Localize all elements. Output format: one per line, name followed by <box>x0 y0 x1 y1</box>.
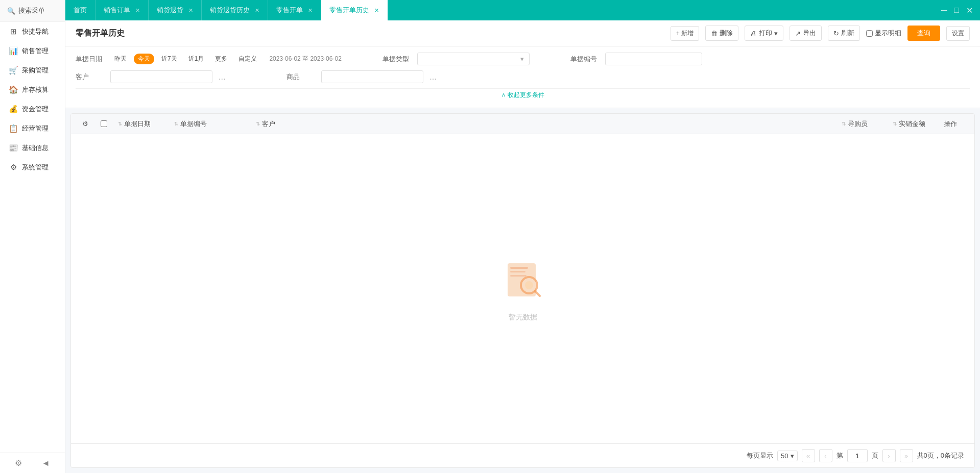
product-dots-icon[interactable]: ... <box>429 72 436 82</box>
bill-no-input[interactable] <box>605 53 702 65</box>
svg-rect-1 <box>510 267 528 269</box>
purchase-mgmt-icon: 🛒 <box>9 66 18 75</box>
date-label: 单据日期 <box>76 55 106 64</box>
operations-label: 经营管理 <box>22 124 49 133</box>
tab-retail-open[interactable]: 零售开单✕ <box>268 0 321 20</box>
minimize-button[interactable]: ─ <box>941 6 947 15</box>
sidebar-item-inventory[interactable]: 🏠 库存核算 <box>0 80 65 99</box>
sales-mgmt-label: 销售管理 <box>22 46 49 56</box>
total-info: 共0页，0条记录 <box>917 451 964 460</box>
finance-icon: 💰 <box>9 105 18 114</box>
print-button[interactable]: 🖨 打印 ▾ <box>745 26 783 41</box>
customer-dots-icon[interactable]: ... <box>219 72 225 82</box>
tab-label-retail-open: 零售开单 <box>276 6 303 15</box>
delete-icon: 🗑 <box>711 30 718 37</box>
date-options: 昨天今天近7天近1月更多自定义 <box>110 54 261 64</box>
finance-label: 资金管理 <box>22 105 49 114</box>
page-word-pre: 第 <box>836 451 843 460</box>
system-icon: ⚙ <box>9 163 18 172</box>
sales-mgmt-icon: 📊 <box>9 46 18 56</box>
purchase-mgmt-label: 采购管理 <box>22 66 49 75</box>
last-page-button[interactable]: » <box>900 449 913 462</box>
basic-info-icon: 📰 <box>9 143 18 153</box>
collapse-bar[interactable]: ∧ 收起更多条件 <box>76 88 970 102</box>
refresh-icon: ↻ <box>833 30 839 37</box>
product-input[interactable] <box>321 70 423 83</box>
pagination: 每页显示 50 ▾ « ‹ 第 页 › » 共0页，0条记录 <box>71 443 974 467</box>
refresh-button[interactable]: ↻ 刷新 <box>828 26 860 41</box>
quick-nav-icon: ⊞ <box>9 27 18 36</box>
query-button[interactable]: 查询 <box>907 26 940 41</box>
per-page-arrow-icon: ▾ <box>791 452 794 460</box>
th-guide: ⇅ 导购员 <box>836 119 888 129</box>
sidebar-item-system[interactable]: ⚙ 系统管理 <box>0 158 65 177</box>
date-option-yesterday[interactable]: 昨天 <box>110 54 131 64</box>
per-page-select[interactable]: 50 ▾ <box>777 451 797 461</box>
table-header: ⚙ ⇅ 单据日期 ⇅ 单据编号 ⇅ 客户 ⇅ 导购员 <box>71 114 974 134</box>
date-option-today[interactable]: 今天 <box>134 54 154 64</box>
date-option-more[interactable]: 更多 <box>211 54 231 64</box>
sort-amount-icon[interactable]: ⇅ <box>893 121 897 127</box>
show-detail-checkbox[interactable] <box>866 30 873 37</box>
date-option-custom[interactable]: 自定义 <box>234 54 261 64</box>
th-date: ⇅ 单据日期 <box>113 119 169 129</box>
sidebar: 🔍 搜索采单 ⊞ 快捷导航 📊 销售管理 🛒 采购管理 🏠 库存核算 💰 资金管… <box>0 0 65 473</box>
footer-collapse-icon[interactable]: ◄ <box>42 459 50 468</box>
tab-close-sales-return[interactable]: ✕ <box>188 7 193 14</box>
customer-input[interactable] <box>110 70 212 83</box>
close-window-button[interactable]: ✕ <box>966 6 973 15</box>
tab-label-sales-order: 销售订单 <box>104 6 130 15</box>
sort-guide-icon[interactable]: ⇅ <box>842 121 846 127</box>
tab-sales-return[interactable]: 销货退货✕ <box>149 0 202 20</box>
settings-button[interactable]: 设置 <box>946 26 970 41</box>
th-customer: ⇅ 客户 <box>251 119 836 129</box>
export-button[interactable]: ↗ 导出 <box>790 26 822 41</box>
page-title: 零售开单历史 <box>76 28 125 39</box>
tab-close-sales-order[interactable]: ✕ <box>135 7 140 14</box>
prev-page-button[interactable]: ‹ <box>819 449 832 462</box>
maximize-button[interactable]: □ <box>954 6 959 15</box>
sidebar-item-sales-mgmt[interactable]: 📊 销售管理 <box>0 41 65 61</box>
sort-customer-icon[interactable]: ⇅ <box>256 121 260 127</box>
table-select-all-checkbox[interactable] <box>94 120 113 127</box>
date-option-last_month[interactable]: 近1月 <box>184 54 208 64</box>
inventory-label: 库存核算 <box>22 85 49 94</box>
search-icon: 🔍 <box>7 7 15 15</box>
first-page-button[interactable]: « <box>802 449 815 462</box>
tab-label-home: 首页 <box>74 6 87 15</box>
print-icon: 🖨 <box>750 30 757 37</box>
date-option-last7[interactable]: 近7天 <box>157 54 181 64</box>
sidebar-item-quick-nav[interactable]: ⊞ 快捷导航 <box>0 22 65 41</box>
empty-icon <box>497 256 548 307</box>
th-action: 操作 <box>939 119 969 129</box>
next-page-button[interactable]: › <box>882 449 896 462</box>
tab-home[interactable]: 首页 <box>65 0 95 20</box>
tab-sales-order[interactable]: 销售订单✕ <box>95 0 149 20</box>
add-button[interactable]: + 新增 <box>671 26 699 41</box>
sidebar-footer: ⚙ ◄ <box>0 453 65 473</box>
current-page-input[interactable] <box>847 449 868 462</box>
tab-label-sales-return: 销货退货 <box>157 6 183 15</box>
bill-no-label: 单据编号 <box>570 55 601 64</box>
th-amount: ⇅ 实销金额 <box>888 119 939 129</box>
tab-close-retail-open[interactable]: ✕ <box>308 7 313 14</box>
table-settings-icon[interactable]: ⚙ <box>76 120 94 128</box>
sidebar-item-basic-info[interactable]: 📰 基础信息 <box>0 138 65 158</box>
sort-billno-icon[interactable]: ⇅ <box>174 121 178 127</box>
show-detail-checkbox-label[interactable]: 显示明细 <box>866 29 901 38</box>
tab-bar: 首页销售订单✕销货退货✕销货退货历史✕零售开单✕零售开单历史✕ ─ □ ✕ <box>65 0 980 20</box>
tab-close-sales-return-history[interactable]: ✕ <box>255 7 259 14</box>
sidebar-item-purchase-mgmt[interactable]: 🛒 采购管理 <box>0 61 65 80</box>
sort-date-icon[interactable]: ⇅ <box>118 121 122 127</box>
filter-row-1: 单据日期 昨天今天近7天近1月更多自定义 2023-06-02 至 2023-0… <box>76 53 970 65</box>
sidebar-search[interactable]: 🔍 搜索采单 <box>0 0 65 22</box>
select-all-checkbox[interactable] <box>101 120 107 127</box>
bill-type-select[interactable]: ▾ <box>417 53 530 65</box>
footer-settings-icon[interactable]: ⚙ <box>15 458 22 468</box>
tab-retail-history[interactable]: 零售开单历史✕ <box>321 0 388 20</box>
sidebar-item-operations[interactable]: 📋 经营管理 <box>0 119 65 138</box>
sidebar-item-finance[interactable]: 💰 资金管理 <box>0 99 65 119</box>
tab-sales-return-history[interactable]: 销货退货历史✕ <box>202 0 268 20</box>
delete-button[interactable]: 🗑 删除 <box>705 26 738 41</box>
tab-close-retail-history[interactable]: ✕ <box>374 7 379 14</box>
